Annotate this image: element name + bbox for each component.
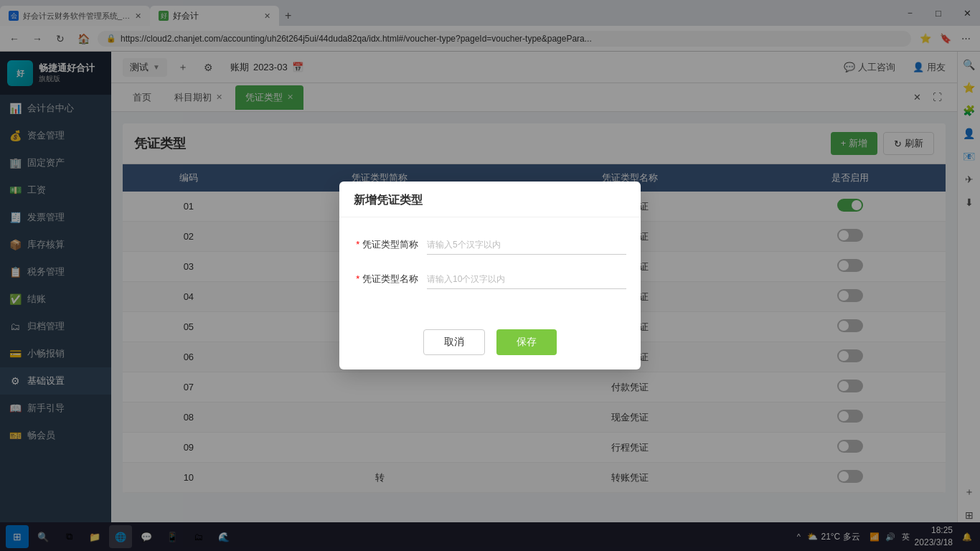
save-button[interactable]: 保存: [496, 329, 557, 355]
modal-overlay: 新增凭证类型 凭证类型简称 凭证类型名称 取消 保存: [0, 0, 980, 551]
full-name-label: 凭证类型名称: [354, 273, 418, 286]
full-name-row: 凭证类型名称: [354, 269, 626, 289]
full-name-input[interactable]: [427, 269, 626, 289]
modal-body: 凭证类型简称 凭证类型名称: [339, 217, 641, 321]
short-name-row: 凭证类型简称: [354, 235, 626, 255]
modal-dialog: 新增凭证类型 凭证类型简称 凭证类型名称 取消 保存: [339, 182, 641, 369]
modal-footer: 取消 保存: [339, 321, 641, 369]
short-name-input[interactable]: [427, 235, 626, 255]
short-name-label: 凭证类型简称: [354, 238, 418, 251]
modal-title: 新增凭证类型: [339, 182, 641, 217]
cancel-button[interactable]: 取消: [423, 329, 485, 355]
